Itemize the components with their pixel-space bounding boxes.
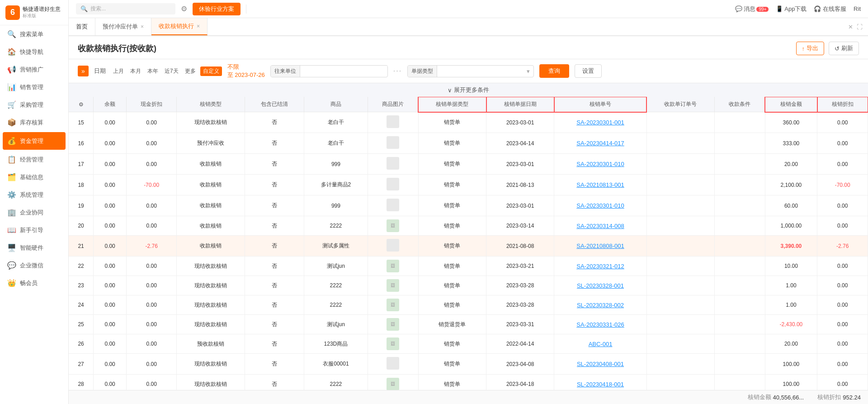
sidebar-item-business[interactable]: 📋 经营管理	[0, 151, 68, 168]
bill-no-link[interactable]: SL-20230328-002	[577, 302, 624, 309]
date-btn-custom[interactable]: 自定义	[200, 67, 222, 76]
cell-cancel-bill-type: 销货单	[418, 112, 486, 133]
date-btn-last-month[interactable]: 上月	[111, 67, 126, 76]
table-footer: 核销金额 40,556,66... 核销折扣 952.24	[69, 390, 868, 404]
export-icon: ↑	[802, 45, 805, 52]
bill-no-link[interactable]: SA-20210808-001	[576, 242, 624, 249]
cell-receipt-order-no	[646, 276, 714, 295]
from-unit-input[interactable]	[300, 66, 387, 76]
cell-cancel-bill-type: 销货单	[418, 154, 486, 175]
col-settings[interactable]: ⚙	[69, 97, 94, 112]
single-type-input[interactable]	[437, 66, 523, 76]
bill-no-link[interactable]: SA-20230414-017	[576, 140, 624, 147]
bill-no-link[interactable]: SA-20230301-010	[576, 161, 624, 167]
bill-no-link[interactable]: SL-20230328-001	[577, 282, 624, 289]
sidebar-item-quicknav[interactable]: 🏠 快捷导航	[0, 43, 68, 61]
sidebar-item-system[interactable]: ⚙️ 系统管理	[0, 186, 68, 204]
cell-cancel-bill-no[interactable]: SL-20230328-002	[554, 295, 646, 315]
cell-goods-image	[368, 195, 418, 216]
cell-cancel-bill-no[interactable]: ABC-001	[554, 334, 646, 354]
cell-cancel-bill-no[interactable]: SL-20230408-001	[554, 354, 646, 375]
tab-prepay-close[interactable]: ×	[141, 24, 144, 30]
cell-cancel-bill-no[interactable]: SA-20230301-010	[554, 195, 646, 216]
logo-badge: 标准版	[23, 13, 61, 19]
tab-expand-icon[interactable]: ⛶	[857, 24, 863, 30]
export-btn[interactable]: ↑ 导出	[796, 42, 825, 55]
query-btn[interactable]: 查询	[539, 64, 569, 78]
bill-no-link[interactable]: SL-20230408-001	[577, 361, 624, 367]
sidebar-item-purchase[interactable]: 🛒 采购管理	[0, 96, 68, 114]
sidebar-item-search[interactable]: 🔍 搜索菜单	[0, 25, 68, 43]
topbar-search-box[interactable]: 🔍 搜索...	[76, 3, 175, 14]
goods-img	[387, 115, 399, 128]
col-cancel-bill-no: 核销单号	[554, 97, 646, 112]
cell-cancel-bill-no[interactable]: SL-20230418-001	[554, 375, 646, 390]
sidebar-item-member[interactable]: 👑 畅会员	[0, 274, 68, 292]
sidebar-item-guide[interactable]: 📖 新手引导	[0, 221, 68, 239]
cancel-discount-label: 核销折扣	[817, 393, 841, 401]
user-name[interactable]: Rit	[854, 5, 861, 12]
cell-cancel-bill-no[interactable]: SA-20230301-001	[554, 112, 646, 133]
cell-cancel-bill-no[interactable]: SA-20230321-012	[554, 257, 646, 276]
cell-cancel-type: 现结收款核销	[177, 354, 245, 375]
cell-cancel-type: 现结收款核销	[177, 112, 245, 133]
date-btn-more[interactable]: 更多	[183, 67, 198, 76]
filter-expand-btn[interactable]: »	[78, 66, 89, 76]
tab-close-all-icon[interactable]: ✕	[848, 24, 853, 30]
refresh-icon: ↺	[835, 45, 840, 52]
cell-cancel-bill-no[interactable]: SL-20230328-001	[554, 276, 646, 295]
basic-label: 基础信息	[20, 173, 43, 181]
bill-no-link[interactable]: SA-20230314-008	[576, 223, 624, 229]
bill-no-link[interactable]: ABC-001	[589, 341, 613, 347]
tab-collection-close[interactable]: ×	[197, 23, 200, 29]
sidebar-item-inventory[interactable]: 📦 库存核算	[0, 114, 68, 131]
cell-cancel-amount: 360.00	[765, 112, 817, 133]
date-btn-this-month[interactable]: 本月	[128, 67, 143, 76]
date-btn-this-year[interactable]: 本年	[146, 67, 160, 76]
sidebar-item-enterprise[interactable]: 🏢 企业协同	[0, 204, 68, 221]
cell-receipt-order-no	[646, 112, 714, 133]
sidebar-item-hardware[interactable]: 🖥️ 智能硬件	[0, 239, 68, 257]
cell-cancel-bill-no[interactable]: SA-20210808-001	[554, 236, 646, 257]
table-row: 25 0.00 0.00 现结收款核销 否 测试jun 🖼 销货退货单 2023…	[69, 315, 868, 334]
cell-cancel-bill-no[interactable]: SA-20210813-001	[554, 175, 646, 195]
cell-cancel-amount: 1.00	[765, 276, 817, 295]
cell-cancel-bill-no[interactable]: SA-20230414-017	[554, 133, 646, 154]
gear-icon[interactable]: ⚙	[181, 5, 187, 13]
cell-cancel-discount: 0.00	[817, 154, 868, 175]
online-service[interactable]: 🎧 在线客服	[814, 5, 846, 13]
bill-no-link[interactable]: SA-20230321-012	[576, 263, 624, 270]
bill-no-link[interactable]: SA-20230301-010	[576, 202, 624, 209]
setting-btn[interactable]: 设置	[575, 64, 602, 78]
bill-no-link[interactable]: SA-20210813-001	[576, 181, 624, 188]
bill-no-link[interactable]: SA-20230331-026	[576, 321, 624, 328]
single-type-label: 单据类型	[408, 66, 437, 77]
cell-receipt-order-no	[646, 236, 714, 257]
tab-prepay[interactable]: 预付冲应付单 ×	[95, 18, 151, 35]
sidebar-item-sales[interactable]: 📊 销售管理	[0, 78, 68, 96]
tab-collection[interactable]: 收款核销执行 ×	[151, 18, 208, 35]
cell-cancel-bill-no[interactable]: SA-20230331-026	[554, 315, 646, 334]
sidebar-item-basic[interactable]: 🗂️ 基础信息	[0, 168, 68, 186]
single-type-dropdown-icon[interactable]: ▾	[523, 68, 533, 75]
cell-cancel-bill-no[interactable]: SA-20230314-008	[554, 216, 646, 236]
industry-btn[interactable]: 休验行业方案	[193, 3, 241, 15]
sidebar-item-finance[interactable]: 💰 资金管理	[3, 132, 66, 150]
expand-more-btn[interactable]: ∨ 展开更多条件	[448, 86, 489, 94]
date-btn-7days[interactable]: 近7天	[163, 67, 180, 76]
main-area: 🔍 搜索... ⚙ 休验行业方案 💬 消息99+ 📱 App下载 🎧 在线客服 …	[69, 0, 868, 404]
sidebar-item-wechat[interactable]: 💬 企业微信	[0, 257, 68, 274]
refresh-btn[interactable]: ↺ 刷新	[829, 42, 859, 55]
cell-cancel-bill-no[interactable]: SA-20230301-010	[554, 154, 646, 175]
cell-receipt-order-no	[646, 133, 714, 154]
bill-no-link[interactable]: SL-20230418-001	[577, 381, 624, 388]
cell-receipt-condition	[715, 375, 765, 390]
tab-home[interactable]: 首页	[69, 18, 95, 35]
bill-no-link[interactable]: SA-20230301-001	[576, 119, 624, 126]
cell-goods-image	[368, 154, 418, 175]
message-icon[interactable]: 💬 消息99+	[735, 5, 769, 13]
cell-cancel-bill-type: 销货单	[418, 216, 486, 236]
cell-receipt-condition	[715, 195, 765, 216]
app-download[interactable]: 📱 App下载	[776, 5, 807, 13]
sidebar-item-marketing[interactable]: 📢 营销推广	[0, 61, 68, 78]
